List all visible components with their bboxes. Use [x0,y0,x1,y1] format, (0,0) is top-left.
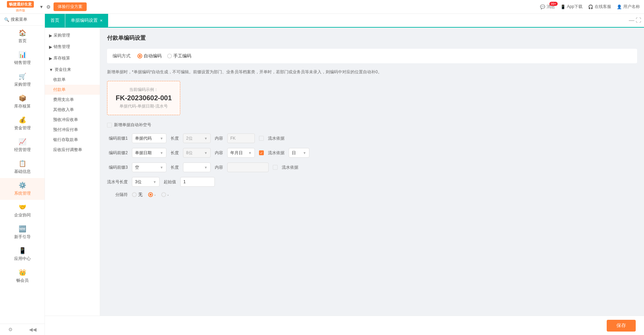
tab-maximize-btn[interactable]: ⛶ [636,17,641,24]
sub-item-payment[interactable]: 付款单 [45,85,100,95]
tab-close-icon[interactable]: ✕ [100,19,103,22]
sub-group-inventory-title[interactable]: ▶ 库存核算 [45,53,100,63]
search-icon: 🔍 [4,17,9,22]
tabbar-right: — ⛶ [629,17,644,24]
sidebar-item-newuser[interactable]: 🆕 新手引导 [0,222,45,243]
auto-coding-circle [137,54,142,58]
prefix-3-arrow: ▼ [160,166,163,169]
start-value-input[interactable] [180,177,215,187]
serial-length-value: 3位 [135,179,142,185]
search-menu[interactable]: 🔍 搜索菜单 [0,14,45,26]
content-2-select[interactable]: 年月日 ▼ [227,148,255,158]
sub-item-other-income[interactable]: 其他收入单 [45,105,100,115]
separator-other-radio[interactable]: · [161,192,169,197]
sub-item-receipt[interactable]: 收款单 [45,75,100,85]
message-btn[interactable]: 💬 消息 99+ [540,4,555,10]
save-button[interactable]: 保存 [607,320,636,332]
length-2-arrow: ▼ [204,151,208,155]
home-icon: 🏠 [19,29,26,37]
sub-group-funds-title[interactable]: ▼ 资金往来 [45,65,100,75]
sidebar-item-basic[interactable]: 📋 基础信息 [0,156,45,178]
content-2-label: 内容 [215,150,223,156]
code-preview-value: FK-20230602-001 [116,94,172,102]
sidebar-item-finance[interactable]: 💰 资金管理 [0,113,45,134]
content-2-value: 年月日 [230,150,243,156]
watermark-2-unit-arrow: ▼ [303,151,306,155]
length-3-select[interactable]: ▼ [183,162,211,172]
sub-item-prepay-receivable[interactable]: 预收冲应收单 [45,115,100,125]
prefix-1-select[interactable]: 单据代码 ▼ [132,133,166,143]
settings-btn[interactable]: ⚙ [8,327,13,332]
sidebar-item-vip[interactable]: 👑 畅会员 [0,265,45,287]
auto-coding-radio[interactable]: 自动编码 [137,53,162,59]
length-1-arrow: ▼ [204,137,208,140]
sidebar-item-sales[interactable]: 📊 销售管理 [0,47,45,69]
sidebar-item-purchase[interactable]: 🛒 采购管理 [0,69,45,91]
auto-coding-label: 自动编码 [144,53,162,59]
user-name[interactable]: 👤 用户名称 [617,4,640,10]
tab-minimize-btn[interactable]: — [629,17,634,24]
tab-home[interactable]: 首页 [45,14,65,27]
prefix-2-arrow: ▼ [160,151,163,155]
sub-item-bank[interactable]: 银行存取款单 [45,135,100,145]
watermark-3-checkbox[interactable] [273,165,278,170]
radio-group: 自动编码 手工编码 [137,53,191,59]
prefix-3-label: 编码前缀3 [107,165,128,170]
sub-item-prepay-payable[interactable]: 预付冲应付单 [45,125,100,135]
prefix-2-select[interactable]: 单据日期 ▼ [132,148,166,158]
app-icon: 📱 [560,4,566,9]
sidebar-item-system[interactable]: ⚙️ 系统管理 [0,178,45,200]
prefix-2-value: 单据日期 [135,150,152,156]
collapse-btn[interactable]: ◀◀ [29,327,37,332]
sidebar-item-apps[interactable]: 📱 应用中心 [0,243,45,265]
app-download-btn[interactable]: 📱 App下载 [560,4,583,10]
tab-settings[interactable]: 单据编码设置 ✕ [65,14,108,27]
sidebar-item-inventory[interactable]: 📦 库存核算 [0,91,45,113]
prefix-3-select[interactable]: 空 ▼ [132,162,166,172]
sidebar-item-enterprise[interactable]: 🤝 企业协同 [0,200,45,222]
code-preview-desc: 单据代码-单据日期-流水号 [116,103,172,109]
sidebar-item-home[interactable]: 🏠 首页 [0,26,45,47]
separator-dot-circle [148,192,153,197]
auto-fill-checkbox[interactable] [107,123,112,128]
sidebar-bottom: ⚙ ◀◀ [0,324,45,335]
chevron-down-btn[interactable]: ▼ [39,4,44,9]
prefix-1-value: 单据代码 [135,136,152,141]
topbar: 畅捷通好生意 插件版 ▼ ⚙ 体验行业方案 💬 消息 99+ 📱 App下载 🎧… [0,0,644,14]
tab-settings-label: 单据编码设置 [71,17,98,24]
manual-coding-radio[interactable]: 手工编码 [167,53,191,59]
sidebar-item-operations[interactable]: 📈 经营管理 [0,134,45,156]
sub-group-purchase-title[interactable]: ▶ 采购管理 [45,30,100,40]
serial-length-label: 流水号长度 [107,179,128,185]
watermark-2-unit-select[interactable]: 日 ▼ [289,148,309,158]
start-value-label: 起始值 [164,179,176,185]
watermark-2-checkbox[interactable]: ✓ [259,150,264,155]
sales-icon: 📊 [19,51,26,58]
watermark-1-checkbox[interactable] [259,136,264,141]
serial-length-select[interactable]: 3位 ▼ [132,177,160,187]
sidebar-label-system: 系统管理 [14,190,31,196]
topbar-left: 畅捷通好生意 插件版 ▼ ⚙ 体验行业方案 [4,0,87,16]
content-area: 首页 单据编码设置 ✕ — ⛶ ▶ 采购管理 [45,14,644,335]
separator-other-circle [161,192,166,197]
separator-dot-radio[interactable]: · [148,192,156,197]
sidebar-label-basic: 基础信息 [14,169,31,175]
separator-none-radio[interactable]: 无 [132,192,143,198]
sub-group-sales: ▶ 销售管理 [45,42,100,52]
sub-item-expense[interactable]: 费用支出单 [45,95,100,105]
logo: 畅捷通好生意 插件版 [4,0,37,16]
sub-group-inventory: ▶ 库存核算 [45,53,100,63]
user-avatar: 👤 [617,4,622,9]
message-badge: 99+ [549,2,557,6]
watermark-3-label: 流水依据 [282,165,298,170]
code-preview: 当前编码示例： FK-20230602-001 单据代码-单据日期-流水号 [107,81,180,115]
online-service-btn[interactable]: 🎧 在线客服 [588,4,611,10]
info-text: 新增单据时，*单据编码*自动生成，不可编辑。前缀设置为部门、业务员等档案类，开单… [107,69,637,75]
gear-icon[interactable]: ⚙ [46,4,51,10]
sub-group-sales-title[interactable]: ▶ 销售管理 [45,42,100,52]
separator-none-circle [132,192,137,197]
industry-btn[interactable]: 体验行业方案 [54,2,87,11]
message-icon: 💬 [540,4,545,9]
sub-item-adjustment[interactable]: 应收应付调整单 [45,145,100,155]
user-name-text: 用户名称 [623,4,640,10]
